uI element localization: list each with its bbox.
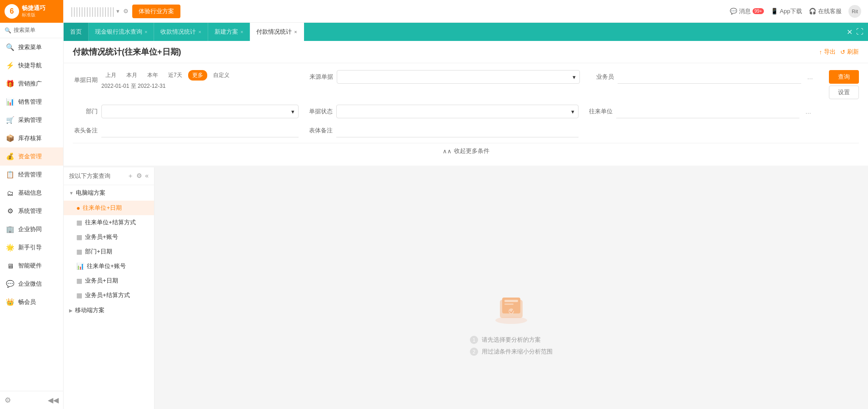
staff-input[interactable]: [618, 70, 801, 84]
expand-tab-icon[interactable]: ⛶: [856, 28, 863, 36]
refresh-btn[interactable]: ↺ 刷新: [840, 48, 859, 56]
tab-payment[interactable]: 付款情况统计 ×: [250, 23, 304, 41]
scheme-item-counterpart-settlement[interactable]: ▦ 往来单位+结算方式: [64, 215, 154, 230]
manage-scheme-btn[interactable]: ⚙: [136, 172, 142, 180]
purchase-icon: 🛒: [5, 116, 15, 125]
header-note-input[interactable]: [101, 124, 299, 137]
filter-doc-status: 单据状态 ▾: [308, 105, 579, 118]
trial-btn[interactable]: 体验行业方案: [132, 5, 180, 18]
date-btn-last-month[interactable]: 上月: [101, 70, 120, 81]
marketing-icon: 🎁: [5, 79, 15, 88]
staff-label: 业务员: [589, 73, 614, 81]
counterpart-label: 往来单位: [588, 107, 613, 116]
dept-select[interactable]: ▾: [101, 105, 299, 118]
sidebar-logo: 6 畅捷通巧 标准版: [0, 0, 63, 23]
sidebar-item-wechat[interactable]: 💬企业微信: [0, 275, 63, 293]
counterpart-dots[interactable]: …: [803, 108, 813, 115]
dropdown-arrow: ▾: [116, 8, 120, 15]
sidebar-item-inventory[interactable]: 📦库存核算: [0, 129, 63, 147]
scheme-item-staff-date[interactable]: ▦ 业务员+日期: [64, 273, 154, 288]
source-select[interactable]: ▾: [337, 70, 580, 84]
dept-dropdown-icon: ▾: [291, 108, 294, 115]
settings-icon[interactable]: ⚙: [123, 8, 129, 15]
tip-num-1: 1: [470, 336, 478, 344]
sidebar-item-finance[interactable]: 💰资金管理: [0, 147, 63, 166]
pc-group-arrow: ▼: [69, 191, 74, 196]
collapse-panel-btn[interactable]: «: [145, 172, 149, 180]
search-icon: 🔍: [5, 43, 15, 52]
body-note-input[interactable]: [336, 124, 579, 137]
sidebar-item-search[interactable]: 🔍搜索菜单: [0, 38, 63, 56]
close-new-plan-tab[interactable]: ×: [240, 29, 243, 35]
mobile-group-title[interactable]: ▶ 移动端方案: [64, 303, 154, 318]
sidebar-item-business[interactable]: 📋经营管理: [0, 166, 63, 184]
staff-dots[interactable]: …: [805, 74, 815, 81]
sidebar-item-marketing[interactable]: 🎁营销推广: [0, 75, 63, 93]
message-badge: 99+: [753, 8, 764, 14]
sidebar-item-hardware[interactable]: 🖥智能硬件: [0, 257, 63, 275]
sidebar-item-member[interactable]: 👑畅会员: [0, 293, 63, 311]
tab-bank[interactable]: 现金银行流水查询 ×: [89, 23, 154, 41]
tab-new-plan[interactable]: 新建方案 ×: [208, 23, 250, 41]
service-icon: 🎧: [809, 8, 816, 15]
scheme-item-dept-date[interactable]: ▦ 部门+日期: [64, 244, 154, 259]
content-area: 付款情况统计(往来单位+日期) ↑ 导出 ↺ 刷新 单据日期 上月: [64, 41, 868, 409]
date-label: 单据日期: [73, 76, 98, 84]
account-dropdown[interactable]: ||||||||||||||||| ▾: [70, 5, 120, 17]
sidebar-search[interactable]: 🔍 搜索菜单: [0, 23, 63, 38]
doc-status-select[interactable]: ▾: [336, 105, 579, 118]
collapse-btn[interactable]: ∧∧ 收起更多条件: [73, 143, 859, 159]
empty-tips: 1 请先选择要分析的方案 2 用过滤条件来缩小分析范围: [470, 334, 553, 358]
sidebar-item-shortcut[interactable]: ⚡快捷导航: [0, 56, 63, 75]
tab-income[interactable]: 收款情况统计 ×: [154, 23, 208, 41]
scheme-item-counterpart-account[interactable]: 📊 往来单位+账号: [64, 259, 154, 273]
sidebar-item-purchase[interactable]: 🛒采购管理: [0, 111, 63, 129]
close-tab-icon[interactable]: ✕: [847, 28, 853, 36]
avatar[interactable]: Rit: [848, 5, 861, 18]
main: ||||||||||||||||| ▾ ⚙ 体验行业方案 💬 消息 99+ 📱 …: [64, 0, 868, 409]
scheme-icon-3: ▦: [76, 248, 82, 255]
export-btn[interactable]: ↑ 导出: [819, 48, 836, 56]
settings-btn[interactable]: 设置: [829, 86, 859, 99]
settings-icon[interactable]: ⚙: [5, 396, 11, 404]
filter-source: 来源单据 ▾: [308, 70, 580, 84]
date-btn-this-year[interactable]: 本年: [143, 70, 162, 81]
system-icon: ⚙: [5, 207, 15, 216]
scheme-active-icon: ●: [76, 204, 80, 212]
filter-row-2: 部门 ▾ 单据状态 ▾ 往来单位 …: [73, 105, 859, 118]
scheme-icon-1: ▦: [76, 219, 82, 226]
pc-group-title[interactable]: ▼ 电脑端方案: [64, 185, 154, 201]
sidebar-item-enterprise[interactable]: 🏢企业协同: [0, 220, 63, 238]
mobile-group-arrow: ▶: [69, 308, 73, 313]
sidebar-item-basic[interactable]: 🗂基础信息: [0, 184, 63, 202]
tab-home[interactable]: 首页: [64, 23, 89, 41]
scheme-item-counterpart-date[interactable]: ● 往来单位+日期: [64, 201, 154, 215]
sidebar-item-guide[interactable]: 🌟新手引导: [0, 238, 63, 257]
close-payment-tab[interactable]: ×: [294, 29, 297, 35]
sales-icon: 📊: [5, 97, 15, 106]
tabbar: 首页 现金银行流水查询 × 收款情况统计 × 新建方案 × 付款情况统计 × ✕…: [64, 23, 868, 41]
messages-btn[interactable]: 💬 消息 99+: [730, 7, 764, 15]
add-scheme-btn[interactable]: ＋: [127, 172, 134, 180]
sidebar-item-sales[interactable]: 📊销售管理: [0, 93, 63, 111]
query-btn[interactable]: 查询: [829, 70, 859, 84]
sidebar-item-system[interactable]: ⚙系统管理: [0, 202, 63, 220]
date-btn-more[interactable]: 更多: [188, 70, 207, 81]
date-btn-7days[interactable]: 近7天: [164, 70, 186, 81]
filter-row-1: 单据日期 上月 本月 本年 近7天 更多 自定义 2022-01-01 至 20…: [73, 70, 859, 99]
filter-counterpart: 往来单位 …: [588, 105, 813, 118]
online-service-btn[interactable]: 🎧 在线客服: [809, 7, 842, 15]
inventory-icon: 📦: [5, 134, 15, 143]
counterpart-input[interactable]: [616, 105, 799, 118]
date-btn-this-month[interactable]: 本月: [122, 70, 141, 81]
date-btn-custom[interactable]: 自定义: [209, 70, 234, 81]
source-label: 来源单据: [308, 73, 333, 81]
collapse-icon[interactable]: ◀◀: [48, 396, 59, 404]
scheme-item-staff-account[interactable]: ▦ 业务员+账号: [64, 230, 154, 244]
tip-item-2: 2 用过滤条件来缩小分析范围: [470, 346, 553, 358]
app-download-btn[interactable]: 📱 App下载: [771, 7, 802, 15]
scheme-item-staff-settlement[interactable]: ▦ 业务员+结算方式: [64, 288, 154, 303]
close-income-tab[interactable]: ×: [198, 29, 201, 35]
dept-label: 部门: [73, 107, 98, 116]
close-bank-tab[interactable]: ×: [145, 29, 147, 35]
